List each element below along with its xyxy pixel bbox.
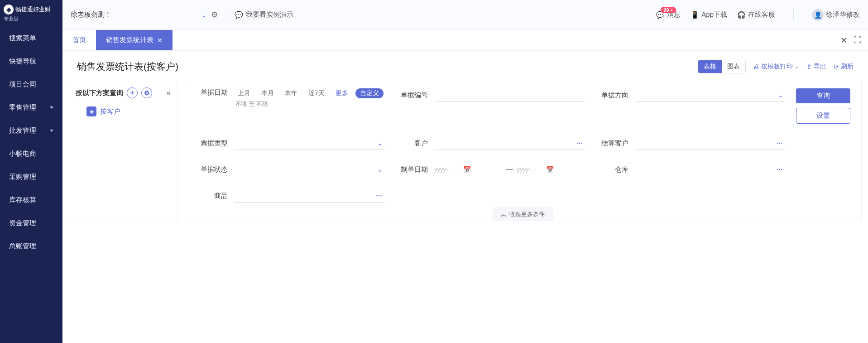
refresh-icon: ⟳ bbox=[834, 63, 839, 70]
top-header: 徐老板勿删！ ⌄ ⚙ 💬 我要看实例演示 99 + 💬 消息 📱 App下载 bbox=[62, 0, 868, 30]
label-doc-date: 单据日期 bbox=[195, 88, 228, 97]
avatar-icon: 👤 bbox=[812, 9, 824, 21]
brand-logo-icon: ◈ bbox=[4, 5, 14, 14]
range-dash: — bbox=[506, 165, 513, 174]
print-icon: 🖨 bbox=[753, 63, 759, 70]
more-icon: ⋯ bbox=[376, 192, 383, 199]
tab-sales-invoice-report[interactable]: 销售发票统计表 ✕ bbox=[96, 30, 173, 50]
page-toolbar: 表格 图表 🖨 按模板打印 ⌄ ⇪ 导出 ⟳ 刷新 bbox=[698, 60, 854, 73]
page-header: 销售发票统计表(按客户) 表格 图表 🖨 按模板打印 ⌄ ⇪ 导出 ⟳ 刷新 bbox=[62, 51, 868, 80]
nav-wholesale[interactable]: 批发管理 bbox=[0, 119, 62, 142]
page-title: 销售发票统计表(按客户) bbox=[77, 60, 178, 73]
chevron-down-icon: ⌄ bbox=[377, 166, 383, 173]
brand-edition: 专业版 bbox=[4, 15, 59, 22]
chevron-down-icon: ⌄ bbox=[778, 92, 783, 99]
nav-project-contract[interactable]: 项目合同 bbox=[0, 73, 62, 96]
picker-warehouse[interactable]: ⋯ bbox=[635, 163, 785, 176]
nav-ecommerce[interactable]: 小畅电商 bbox=[0, 142, 62, 165]
select-invoice-type[interactable]: ⌄ bbox=[234, 136, 384, 150]
view-chart-button[interactable]: 图表 bbox=[722, 60, 745, 73]
chevron-down-icon bbox=[50, 130, 53, 132]
label-customer: 客户 bbox=[395, 139, 428, 148]
cube-icon: ◈ bbox=[86, 106, 96, 116]
label-warehouse: 仓库 bbox=[596, 165, 628, 174]
chevron-up-icon: ︽ bbox=[501, 210, 507, 218]
more-icon: ⋯ bbox=[777, 166, 783, 173]
scheme-panel-title: 按以下方案查询 bbox=[76, 89, 123, 97]
view-table-button[interactable]: 表格 bbox=[698, 60, 722, 73]
view-toggle: 表格 图表 bbox=[698, 60, 746, 73]
export-button[interactable]: ⇪ 导出 bbox=[806, 63, 826, 71]
org-selector[interactable]: 徐老板勿删！ ⌄ bbox=[71, 10, 206, 19]
seg-last-7[interactable]: 近7天 bbox=[305, 88, 328, 98]
calendar-icon: 📅 bbox=[463, 166, 471, 173]
nav-inventory[interactable]: 库存核算 bbox=[0, 188, 62, 212]
select-doc-status[interactable]: ⌄ bbox=[234, 163, 384, 176]
app-download-link[interactable]: 📱 App下载 bbox=[691, 10, 727, 19]
seg-custom[interactable]: 自定义 bbox=[355, 88, 384, 98]
result-area bbox=[69, 227, 862, 318]
demo-link[interactable]: 💬 我要看实例演示 bbox=[235, 10, 293, 19]
export-icon: ⇪ bbox=[806, 63, 812, 70]
messages-badge: 99 + bbox=[661, 7, 676, 13]
print-button[interactable]: 🖨 按模板打印 ⌄ bbox=[753, 63, 799, 71]
chevron-down-icon: ⌄ bbox=[201, 11, 206, 19]
main-area: 徐老板勿删！ ⌄ ⚙ 💬 我要看实例演示 99 + 💬 消息 📱 App下载 bbox=[62, 0, 868, 343]
date-to-input[interactable]: yyyy-... 📅 bbox=[517, 163, 585, 176]
chevron-down-icon: ⌄ bbox=[795, 63, 799, 70]
seg-this-year[interactable]: 本年 bbox=[281, 88, 301, 98]
query-button[interactable]: 查询 bbox=[796, 88, 850, 103]
org-name: 徐老板勿删！ bbox=[71, 10, 111, 19]
headset-icon: 🎧 bbox=[737, 11, 746, 19]
label-settle-customer: 结算客户 bbox=[596, 139, 628, 148]
chevron-down-icon bbox=[50, 106, 53, 109]
input-doc-no[interactable] bbox=[434, 88, 585, 102]
scheme-settings-button[interactable]: ⚙ bbox=[141, 87, 152, 98]
nav-ledger[interactable]: 总账管理 bbox=[0, 235, 62, 258]
more-icon: ⋯ bbox=[576, 140, 583, 147]
divider bbox=[793, 9, 794, 21]
collapse-left-icon[interactable]: « bbox=[167, 89, 171, 97]
seg-this-month[interactable]: 本月 bbox=[258, 88, 278, 98]
date-range-display: 不限 至 不限 bbox=[234, 100, 384, 108]
messages-link[interactable]: 99 + 💬 消息 bbox=[656, 10, 681, 19]
refresh-button[interactable]: ⟳ 刷新 bbox=[834, 63, 854, 71]
date-from-input[interactable]: yyyy-... 📅 bbox=[434, 163, 502, 176]
close-icon[interactable]: ✕ bbox=[157, 37, 163, 44]
seg-more[interactable]: 更多 bbox=[332, 88, 352, 98]
label-doc-no: 单据编号 bbox=[395, 91, 428, 100]
date-quick-segments: 上月 本月 本年 近7天 更多 自定义 bbox=[234, 88, 384, 98]
brand-name: 畅捷通好业财 bbox=[15, 5, 51, 14]
nav-funds[interactable]: 资金管理 bbox=[0, 212, 62, 235]
tab-bar: 首页 销售发票统计表 ✕ ✕ ⛶ bbox=[62, 30, 868, 51]
picker-customer[interactable]: ⋯ bbox=[434, 136, 585, 150]
settings-icon[interactable]: ⚙ bbox=[211, 10, 218, 19]
label-invoice-type: 票据类型 bbox=[195, 139, 228, 148]
picker-settle-customer[interactable]: ⋯ bbox=[635, 136, 785, 150]
brand-block: ◈ 畅捷通好业财 专业版 bbox=[0, 0, 62, 27]
settings-button[interactable]: 设置 bbox=[796, 108, 850, 124]
seg-last-month[interactable]: 上月 bbox=[234, 88, 254, 98]
nav-quick[interactable]: 快捷导航 bbox=[0, 50, 62, 73]
chat-icon: 💬 bbox=[235, 11, 243, 19]
nav-purchase[interactable]: 采购管理 bbox=[0, 165, 62, 188]
phone-icon: 📱 bbox=[691, 11, 699, 19]
picker-product[interactable]: ⋯ bbox=[234, 189, 384, 203]
user-menu[interactable]: 👤 徐泽华修改 bbox=[812, 9, 860, 21]
chevron-down-icon: ⌄ bbox=[377, 140, 383, 147]
nav-retail[interactable]: 零售管理 bbox=[0, 96, 62, 119]
nav-search-menu[interactable]: 搜索菜单 bbox=[0, 27, 62, 50]
divider bbox=[226, 9, 226, 21]
close-all-icon[interactable]: ✕ bbox=[840, 35, 847, 45]
select-doc-dir[interactable]: ⌄ bbox=[635, 88, 785, 102]
collapse-filters-button[interactable]: ︽ 收起更多条件 bbox=[492, 208, 553, 221]
fullscreen-icon[interactable]: ⛶ bbox=[854, 35, 862, 45]
scheme-item-by-customer[interactable]: ◈ 按客户 bbox=[76, 98, 171, 116]
add-scheme-button[interactable]: ＋ bbox=[127, 87, 138, 98]
support-link[interactable]: 🎧 在线客服 bbox=[737, 10, 775, 19]
scheme-panel: 按以下方案查询 ＋ ⚙ « ◈ 按客户 bbox=[69, 80, 177, 221]
tab-home[interactable]: 首页 bbox=[62, 30, 96, 50]
label-product: 商品 bbox=[195, 192, 228, 200]
label-doc-status: 单据状态 bbox=[195, 165, 228, 174]
label-create-date: 制单日期 bbox=[395, 165, 428, 174]
